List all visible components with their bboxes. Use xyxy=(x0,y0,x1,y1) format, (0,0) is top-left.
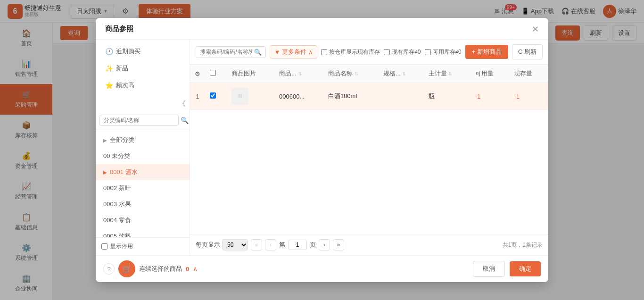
check-by-warehouse[interactable]: 按仓库显示现有库存 xyxy=(321,48,380,56)
available-label: 现有库存≠0 xyxy=(392,48,421,56)
filter-btn[interactable]: ▼ 更多条件 ∧ xyxy=(270,45,317,58)
cat-0004-label: 0004 零食 xyxy=(103,216,131,225)
first-page-btn[interactable]: « xyxy=(251,239,262,250)
product-search-input[interactable] xyxy=(200,49,252,55)
tab-recent-label: 近期购买 xyxy=(116,47,140,56)
prev-page-btn[interactable]: ‹ xyxy=(265,239,276,250)
usable-label: 可用库存≠0 xyxy=(433,48,462,56)
footer-right: 取消 确定 xyxy=(473,261,541,277)
dialog-toolbar: 🔍 ▼ 更多条件 ∧ 按仓库显示现有库存 现有库存≠0 xyxy=(190,40,548,65)
collapse-btn[interactable]: 《 xyxy=(96,97,190,111)
right-panel: 🔍 ▼ 更多条件 ∧ 按仓库显示现有库存 现有库存≠0 xyxy=(190,40,548,255)
by-warehouse-label: 按仓库显示现有库存 xyxy=(329,48,380,56)
row-name: 白酒100ml xyxy=(323,83,379,110)
category-search-icon[interactable]: 🔍 xyxy=(181,117,189,124)
row-num: 1 xyxy=(190,83,205,110)
page-word: 第 xyxy=(279,241,285,249)
selected-count: 0 xyxy=(186,266,189,273)
table-row[interactable]: 1 图 000600... 白酒100ml 瓶 -1 -1 xyxy=(190,83,548,110)
filter-arrow-icon: ∧ xyxy=(308,49,313,56)
footer-collapse-icon[interactable]: ∧ xyxy=(193,265,198,273)
page-unit: 页 xyxy=(310,241,316,249)
show-disabled-checkbox[interactable] xyxy=(101,243,107,250)
cat-0001-label: 0001 酒水 xyxy=(110,168,138,176)
col-name: 商品名称 ⇅ xyxy=(323,65,379,83)
col-current: 现存量 xyxy=(509,65,548,83)
search-icon[interactable]: 🔍 xyxy=(254,49,262,56)
tab-new[interactable]: ✨ 新品 xyxy=(99,60,186,76)
left-panel-tabs: 🕐 近期购买 ✨ 新品 ⭐ 频次高 xyxy=(96,40,190,97)
page-size-label: 每页显示 xyxy=(196,241,220,249)
available-checkbox[interactable] xyxy=(384,49,390,55)
row-checkbox[interactable] xyxy=(210,92,216,99)
filter-label: 更多条件 xyxy=(282,48,306,56)
col-unit: 主计量 ⇅ xyxy=(424,65,471,83)
cat-all-label: 全部分类 xyxy=(110,136,134,144)
last-page-btn[interactable]: » xyxy=(333,239,344,250)
cart-icon[interactable]: 🛒 xyxy=(118,260,135,277)
cat-item-0005[interactable]: 0005 饮料 xyxy=(96,228,190,237)
show-disabled-area: 显示停用 xyxy=(96,237,190,255)
name-sort-icon[interactable]: ⇅ xyxy=(355,71,358,76)
dialog-footer: ? 🛒 连续选择的商品 0 ∧ 取消 确定 xyxy=(96,255,548,282)
row-check xyxy=(205,83,227,110)
tab-recent[interactable]: 🕐 近期购买 xyxy=(99,43,186,59)
help-icon[interactable]: ? xyxy=(103,263,115,275)
product-table-area: ⚙ 商品图片 商品... ⇅ 商品名称 ⇅ xyxy=(190,65,548,234)
tab-frequent[interactable]: ⭐ 频次高 xyxy=(99,77,186,93)
code-sort-icon[interactable]: ⇅ xyxy=(298,71,302,76)
recent-icon: 🕐 xyxy=(105,48,113,55)
col-settings[interactable]: ⚙ xyxy=(190,65,205,83)
product-image: 图 xyxy=(231,88,248,105)
tab-frequent-label: 频次高 xyxy=(116,81,134,90)
filter-icon: ▼ xyxy=(274,49,280,56)
product-table: ⚙ 商品图片 商品... ⇅ 商品名称 ⇅ xyxy=(190,65,548,110)
cat-all-arrow-icon: ▶ xyxy=(103,138,107,143)
spec-sort-icon[interactable]: ⇅ xyxy=(402,71,406,76)
cat-00-label: 00 未分类 xyxy=(103,152,130,160)
search-box: 🔍 xyxy=(196,46,266,58)
usable-checkbox[interactable] xyxy=(425,49,431,55)
col-spec: 规格... ⇅ xyxy=(379,65,424,83)
cat-item-00[interactable]: 00 未分类 xyxy=(96,148,190,164)
cat-item-all[interactable]: ▶ 全部分类 xyxy=(96,132,190,148)
col-available: 可用量 xyxy=(471,65,510,83)
refresh-btn[interactable]: C 刷新 xyxy=(512,44,543,59)
cat-item-0004[interactable]: 0004 零食 xyxy=(96,212,190,228)
add-product-btn[interactable]: + 新增商品 xyxy=(465,45,508,59)
page-size-area: 每页显示 50 10 20 100 xyxy=(196,239,248,250)
category-list: ▶ 全部分类 00 未分类 ▶ 0001 酒水 0002 茶叶 0003 水果 xyxy=(96,130,190,237)
select-all-checkbox[interactable] xyxy=(210,70,216,76)
row-current: -1 xyxy=(509,83,548,110)
dialog-title: 商品参照 xyxy=(105,25,133,33)
category-search-input[interactable] xyxy=(99,115,179,126)
unit-sort-icon[interactable]: ⇅ xyxy=(448,71,452,76)
dialog-header: 商品参照 ✕ xyxy=(96,18,548,40)
row-image: 图 xyxy=(227,83,274,110)
show-disabled-label[interactable]: 显示停用 xyxy=(110,242,133,250)
page-size-select[interactable]: 50 10 20 100 xyxy=(222,239,248,250)
cat-0003-label: 0003 水果 xyxy=(103,200,131,208)
check-usable[interactable]: 可用库存≠0 xyxy=(425,48,462,56)
cat-item-0003[interactable]: 0003 水果 xyxy=(96,196,190,212)
next-page-btn[interactable]: › xyxy=(319,239,330,250)
category-search: 🔍 xyxy=(96,111,190,130)
pagination: 每页显示 50 10 20 100 « ‹ 第 页 › » xyxy=(190,234,548,255)
cat-0002-label: 0002 茶叶 xyxy=(103,184,131,192)
total-info: 共1页，1条记录 xyxy=(503,241,543,249)
col-code: 商品... ⇅ xyxy=(274,65,323,83)
left-panel: 🕐 近期购买 ✨ 新品 ⭐ 频次高 《 xyxy=(96,40,190,255)
new-icon: ✨ xyxy=(105,65,113,72)
cat-item-0001[interactable]: ▶ 0001 酒水 xyxy=(96,164,190,180)
cat-0005-label: 0005 饮料 xyxy=(103,232,131,237)
dialog-close-btn[interactable]: ✕ xyxy=(532,25,539,33)
cancel-btn[interactable]: 取消 xyxy=(473,261,505,277)
dialog-body: 🕐 近期购买 ✨ 新品 ⭐ 频次高 《 xyxy=(96,40,548,255)
frequent-icon: ⭐ xyxy=(105,82,113,89)
check-available[interactable]: 现有库存≠0 xyxy=(384,48,421,56)
dialog-overlay: 商品参照 ✕ 🕐 近期购买 ✨ 新品 ⭐ 频次高 xyxy=(0,0,644,300)
confirm-btn[interactable]: 确定 xyxy=(510,261,541,276)
by-warehouse-checkbox[interactable] xyxy=(321,49,327,55)
cat-item-0002[interactable]: 0002 茶叶 xyxy=(96,180,190,196)
page-input[interactable] xyxy=(288,240,307,250)
